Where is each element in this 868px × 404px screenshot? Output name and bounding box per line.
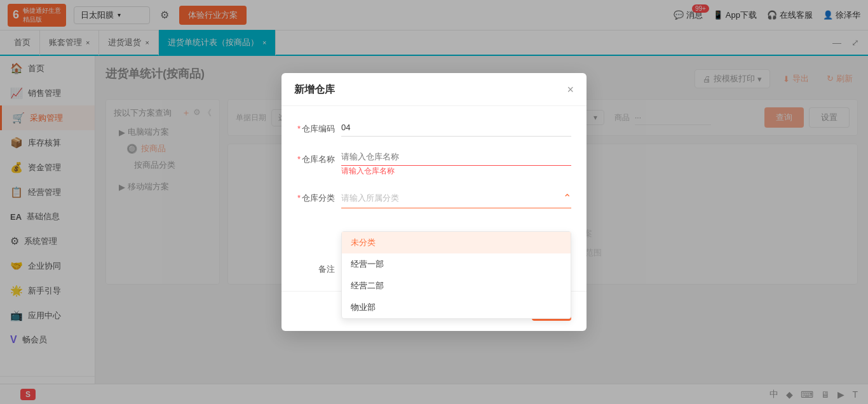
name-label: *仓库名称 [297,149,341,165]
form-row-category: *仓库分类 请输入所属分类 ⌃ 未分类 经营一部 经营二部 物业部 [297,188,571,208]
category-dropdown-list: 未分类 经营一部 经营二部 物业部 [341,231,571,319]
code-label: *仓库编码 [297,119,341,135]
dropdown-item-ops2[interactable]: 经营二部 [342,275,571,297]
name-error-msg: 请输入仓库名称 [341,166,395,177]
modal-body: *仓库编码 *仓库名称 请输入仓库名称 *仓库分类 [281,106,587,279]
remark-label: 备注 [297,259,341,275]
modal-header: 新增仓库 × [281,73,587,106]
add-warehouse-modal: 新增仓库 × *仓库编码 *仓库名称 请输入仓库名称 [281,73,587,331]
form-row-code: *仓库编码 [297,119,571,137]
modal-close-button[interactable]: × [567,83,574,97]
dropdown-item-property[interactable]: 物业部 [342,297,571,318]
category-label: *仓库分类 [297,188,341,204]
dropdown-item-ops1[interactable]: 经营一部 [342,253,571,275]
name-input[interactable] [341,148,571,166]
category-placeholder: 请输入所属分类 [341,192,399,204]
modal-title: 新增仓库 [294,83,335,97]
code-input[interactable] [341,119,571,137]
form-row-name: *仓库名称 请输入仓库名称 [297,148,571,177]
dropdown-item-uncategorized[interactable]: 未分类 [342,232,571,253]
chevron-up-icon: ⌃ [563,192,571,204]
category-dropdown[interactable]: 请输入所属分类 ⌃ [341,188,571,208]
modal-overlay: 新增仓库 × *仓库编码 *仓库名称 请输入仓库名称 [0,0,868,404]
